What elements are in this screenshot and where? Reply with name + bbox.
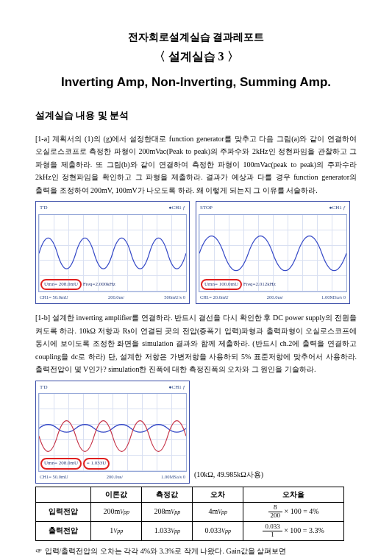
scope-bot-left: CH1= 50.0mU xyxy=(40,294,68,301)
table-cell: 1Vpp xyxy=(91,521,142,540)
section-heading: 설계실습 내용 및 분석 xyxy=(35,108,357,124)
table-cell: 1.033Vpp xyxy=(142,521,193,540)
scope-bot-right: 500mU/s 0 xyxy=(164,294,185,301)
oscilloscope-a: T'D ●CH1 ƒ Umn= 208.0mU Freq=2.000kHz CH… xyxy=(35,201,190,304)
table-row: 출력전압 1Vpp 1.033Vpp 0.033Vpp 0.0331 × 100… xyxy=(36,521,344,540)
results-table: 이론값 측정값 오차 오차율 입력전압 200mVpp 208mVpp 4mVp… xyxy=(35,487,344,541)
table-header: 이론값 xyxy=(91,487,142,502)
table-cell: 출력전압 xyxy=(36,521,91,540)
scope-bot-right: 1.00MSa/s 0 xyxy=(321,294,346,301)
title-block: 전자회로설계실습 결과레포트 〈 설계실습 3 〉 Inverting Amp,… xyxy=(35,29,357,92)
scope-bot-right: 1.00MSa/s 0 xyxy=(161,473,185,481)
scope-readout-highlight: Umn= 208.0mU xyxy=(40,279,82,290)
scope-top-bar: STOP ●CH1 ƒ xyxy=(199,204,347,212)
scope-readout: Umn= 208.0mU = 1.033U xyxy=(40,458,110,469)
table-cell: 200mVpp xyxy=(91,502,142,521)
scope-bottom-bar: CH1= 20.0mU 200.0us/ 1.00MSa/s 0 xyxy=(199,294,347,301)
footnote: ☞ 입력/출력전압의 오차는 각각 4%와 3.3%로 작게 나왔다. Gain… xyxy=(35,545,357,555)
scope-row-1: T'D ●CH1 ƒ Umn= 208.0mU Freq=2.000kHz CH… xyxy=(35,201,357,304)
report-title-kr: 전자회로설계실습 결과레포트 xyxy=(35,29,357,46)
scope-screen: Umn= 100.0mU Freq=2.012kHz xyxy=(199,214,347,292)
scope-bot-mid: 200.0us/ xyxy=(107,473,123,481)
scope-top-bar: T'D ●CH1 ƒ xyxy=(38,383,187,392)
table-header: 오차 xyxy=(193,487,243,502)
scope-screen: Umn= 208.0mU Freq=2.000kHz xyxy=(38,214,187,292)
scope-top-left: STOP xyxy=(200,204,213,212)
scope-bot-left: CH1= 50.0mU xyxy=(40,473,68,481)
scope-bot-mid: 200.0us/ xyxy=(108,294,124,301)
table-header: 측정값 xyxy=(142,487,193,502)
table-row: 이론값 측정값 오차 오차율 xyxy=(36,487,344,502)
scope-readout: Umn= 100.0mU Freq=2.012kHz xyxy=(201,279,276,290)
scope-readout-highlight-2: = 1.033U xyxy=(83,458,110,469)
table-cell: 0.0331 × 100 = 3.3% xyxy=(243,521,344,540)
paragraph-1b: [1-b] 설계한 inverting amplifier를 연결하라. 반드시… xyxy=(35,311,357,376)
scope-top-left: T'D xyxy=(40,383,48,392)
scope-top-bar: T'D ●CH1 ƒ xyxy=(38,204,187,212)
scope-readout: Umn= 208.0mU Freq=2.000kHz xyxy=(40,279,115,290)
table-header xyxy=(36,487,91,502)
scope-c-note: (10kΩ, 49.985kΩ사용) xyxy=(194,469,263,484)
scope-readout-highlight: Umn= 100.0mU xyxy=(201,279,242,290)
scope-top-right: ●CH1 ƒ xyxy=(329,204,346,212)
paragraph-1a: [1-a] 계획서의 (1)의 (g)에서 설정한대로 function gen… xyxy=(35,132,357,197)
scope-row-2: T'D ●CH1 ƒ Umn= 208.0mU = 1.033U CH1= 50… xyxy=(35,381,357,484)
scope-top-right: ●CH1 ƒ xyxy=(168,204,185,212)
scope-readout-highlight: Umn= 208.0mU xyxy=(40,458,82,469)
table-cell: 입력전압 xyxy=(36,502,91,521)
table-row: 입력전압 200mVpp 208mVpp 4mVpp 8200 × 100 = … xyxy=(36,502,344,521)
table-cell: 8200 × 100 = 4% xyxy=(243,502,344,521)
report-subtitle: 〈 설계실습 3 〉 xyxy=(35,47,357,66)
document-page: 전자회로설계실습 결과레포트 〈 설계실습 3 〉 Inverting Amp,… xyxy=(0,0,392,555)
scope-readout-freq: Freq=2.012kHz xyxy=(243,281,276,287)
table-cell: 0.033Vpp xyxy=(193,521,243,540)
scope-bottom-bar: CH1= 50.0mU 200.0us/ 500mU/s 0 xyxy=(38,294,187,301)
scope-bottom-bar: CH1= 50.0mU 200.0us/ 1.00MSa/s 0 xyxy=(38,473,187,481)
scope-top-left: T'D xyxy=(40,204,48,212)
scope-readout-freq: Freq=2.000kHz xyxy=(83,281,115,287)
oscilloscope-c: T'D ●CH1 ƒ Umn= 208.0mU = 1.033U CH1= 50… xyxy=(35,381,190,484)
table-cell: 4mVpp xyxy=(193,502,243,521)
table-header: 오차율 xyxy=(243,487,344,502)
oscilloscope-b: STOP ●CH1 ƒ Umn= 100.0mU Freq=2.012kHz C… xyxy=(196,201,350,304)
table-cell: 208mVpp xyxy=(142,502,193,521)
scope-bot-left: CH1= 20.0mU xyxy=(200,294,229,301)
scope-top-right: ●CH1 ƒ xyxy=(168,383,185,392)
scope-screen: Umn= 208.0mU = 1.033U xyxy=(38,393,187,471)
report-title-en: Inverting Amp, Non-Inverting, Summing Am… xyxy=(35,72,357,92)
scope-bot-mid: 200.0us/ xyxy=(267,294,283,301)
